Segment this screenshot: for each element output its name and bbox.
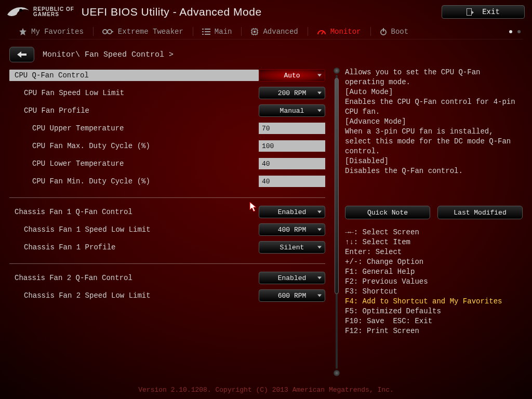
tab-extreme-tweaker[interactable]: Extreme Tweaker bbox=[93, 24, 193, 39]
setting-value-input[interactable] bbox=[259, 158, 325, 169]
setting-row[interactable]: CPU Fan ProfileManual bbox=[9, 102, 325, 119]
tab-label: Monitor bbox=[330, 28, 361, 36]
setting-row[interactable]: Chassis Fan 1 ProfileSilent bbox=[9, 238, 325, 256]
setting-label: CPU Q-Fan Control bbox=[9, 70, 259, 81]
setting-value-dropdown[interactable]: 600 RPM bbox=[259, 289, 325, 302]
setting-value-dropdown[interactable]: 200 RPM bbox=[259, 87, 325, 99]
tab-monitor[interactable]: Monitor bbox=[308, 24, 370, 39]
tab-advanced[interactable]: Advanced bbox=[241, 24, 307, 39]
setting-row[interactable]: CPU Fan Max. Duty Cycle (%) bbox=[9, 137, 325, 155]
svg-rect-4 bbox=[205, 29, 210, 30]
tab-label: Main bbox=[215, 28, 232, 36]
setting-value-dropdown[interactable]: Enabled bbox=[259, 272, 325, 284]
footer-version: Version 2.10.1208. Copyright (C) 2013 Am… bbox=[0, 380, 532, 399]
setting-label: Chassis Fan 1 Q-Fan Control bbox=[9, 208, 259, 216]
help-panel: Allows you to set the CPU Q-Fan operatin… bbox=[345, 66, 523, 377]
tweaker-icon bbox=[102, 28, 114, 35]
key-help-line: F2: Previous Values bbox=[345, 277, 523, 287]
setting-label: CPU Lower Temperature bbox=[9, 159, 259, 168]
svg-line-11 bbox=[322, 31, 324, 34]
setting-row[interactable]: Chassis Fan 2 Q-Fan ControlEnabled bbox=[9, 269, 325, 287]
power-icon bbox=[380, 28, 387, 36]
key-help-line: F4: Add to Shortcut and My Favorites bbox=[345, 297, 523, 307]
svg-rect-5 bbox=[202, 31, 204, 32]
key-help-line: ↑↓: Select Item bbox=[345, 237, 523, 247]
setting-row[interactable]: CPU Q-Fan ControlAuto bbox=[9, 66, 325, 84]
setting-value-dropdown[interactable]: Auto bbox=[259, 69, 325, 82]
brand-logo: REPUBLIC OF GAMERS bbox=[6, 5, 74, 19]
page-dot-1[interactable] bbox=[509, 30, 512, 33]
back-arrow-icon bbox=[16, 50, 28, 59]
key-help-line: Enter: Select bbox=[345, 247, 523, 257]
breadcrumb: Monitor\ Fan Speed Control > bbox=[43, 50, 174, 59]
scroll-thumb[interactable] bbox=[335, 78, 339, 294]
key-help-line: F5: Optimized Defaults bbox=[345, 307, 523, 316]
tab-main[interactable]: Main bbox=[193, 24, 242, 39]
setting-row[interactable]: CPU Lower Temperature bbox=[9, 155, 325, 172]
exit-icon bbox=[467, 8, 472, 16]
chip-icon bbox=[250, 28, 259, 36]
svg-point-0 bbox=[19, 9, 22, 12]
setting-label: CPU Fan Max. Duty Cycle (%) bbox=[9, 142, 259, 150]
svg-point-1 bbox=[103, 30, 107, 34]
breadcrumb-row: Monitor\ Fan Speed Control > bbox=[9, 43, 523, 66]
scrollbar[interactable] bbox=[334, 68, 340, 376]
setting-row[interactable]: CPU Fan Speed Low Limit200 RPM bbox=[9, 84, 325, 102]
scroll-up-icon[interactable] bbox=[334, 68, 340, 74]
last-modified-button[interactable]: Last Modified bbox=[437, 206, 523, 219]
star-icon bbox=[19, 28, 27, 36]
setting-row[interactable]: Chassis Fan 1 Q-Fan ControlEnabled bbox=[9, 203, 325, 221]
svg-rect-8 bbox=[205, 34, 210, 35]
key-help: →←: Select Screen↑↓: Select ItemEnter: S… bbox=[345, 228, 523, 336]
brand-line-2: GAMERS bbox=[33, 12, 74, 17]
quick-note-button[interactable]: Quick Note bbox=[345, 206, 430, 219]
key-help-line: F3: Shortcut bbox=[345, 287, 523, 297]
setting-label: CPU Fan Min. Duty Cycle (%) bbox=[9, 177, 259, 185]
list-icon bbox=[202, 28, 210, 35]
key-help-line: +/-: Change Option bbox=[345, 257, 523, 267]
top-bar: REPUBLIC OF GAMERS UEFI BIOS Utility - A… bbox=[0, 0, 532, 24]
setting-label: Chassis Fan 1 Speed Low Limit bbox=[9, 225, 259, 234]
svg-rect-7 bbox=[202, 34, 204, 35]
app-title: UEFI BIOS Utility - Advanced Mode bbox=[82, 6, 262, 18]
svg-rect-3 bbox=[202, 29, 204, 30]
tab-label: My Favorites bbox=[31, 28, 84, 36]
key-help-line: F1: General Help bbox=[345, 267, 523, 277]
svg-rect-10 bbox=[254, 31, 256, 33]
setting-label: CPU Upper Temperature bbox=[9, 124, 259, 132]
setting-value-dropdown[interactable]: Manual bbox=[259, 104, 325, 117]
key-help-line: F10: Save ESC: Exit bbox=[345, 316, 523, 326]
back-button[interactable] bbox=[9, 47, 34, 62]
svg-rect-6 bbox=[205, 31, 210, 32]
setting-value-input[interactable] bbox=[259, 123, 325, 134]
tab-boot[interactable]: Boot bbox=[370, 24, 418, 39]
setting-value-input[interactable] bbox=[259, 140, 325, 152]
settings-panel: CPU Q-Fan ControlAutoCPU Fan Speed Low L… bbox=[9, 66, 328, 377]
group-divider bbox=[9, 197, 325, 198]
main-tabs: My FavoritesExtreme TweakerMainAdvancedM… bbox=[9, 24, 523, 39]
setting-value-dropdown[interactable]: Enabled bbox=[259, 206, 325, 218]
tab-pager bbox=[509, 30, 523, 33]
setting-row[interactable]: Chassis Fan 1 Speed Low Limit400 RPM bbox=[9, 221, 325, 238]
setting-label: Chassis Fan 2 Speed Low Limit bbox=[9, 291, 259, 300]
setting-value-dropdown[interactable]: 400 RPM bbox=[259, 223, 325, 236]
setting-row[interactable]: CPU Upper Temperature bbox=[9, 119, 325, 137]
setting-label: Chassis Fan 2 Q-Fan Control bbox=[9, 274, 259, 282]
setting-row[interactable]: CPU Fan Min. Duty Cycle (%) bbox=[9, 172, 325, 190]
svg-point-2 bbox=[108, 30, 112, 34]
help-text: Allows you to set the CPU Q-Fan operatin… bbox=[345, 68, 523, 197]
setting-label: CPU Fan Profile bbox=[9, 107, 259, 115]
setting-value-dropdown[interactable]: Silent bbox=[259, 241, 325, 254]
scroll-down-icon[interactable] bbox=[334, 370, 340, 376]
tab-label: Boot bbox=[391, 28, 409, 36]
setting-value-input[interactable] bbox=[259, 176, 325, 187]
page-dot-2[interactable] bbox=[517, 30, 521, 33]
setting-row[interactable]: Chassis Fan 2 Speed Low Limit600 RPM bbox=[9, 287, 325, 304]
exit-button[interactable]: Exit bbox=[442, 5, 525, 19]
tab-my-favorites[interactable]: My Favorites bbox=[9, 24, 93, 39]
group-divider bbox=[9, 263, 325, 264]
key-help-line: →←: Select Screen bbox=[345, 228, 523, 237]
rog-eye-icon bbox=[6, 5, 30, 19]
setting-label: CPU Fan Speed Low Limit bbox=[9, 89, 259, 97]
body: CPU Q-Fan ControlAutoCPU Fan Speed Low L… bbox=[9, 66, 523, 377]
